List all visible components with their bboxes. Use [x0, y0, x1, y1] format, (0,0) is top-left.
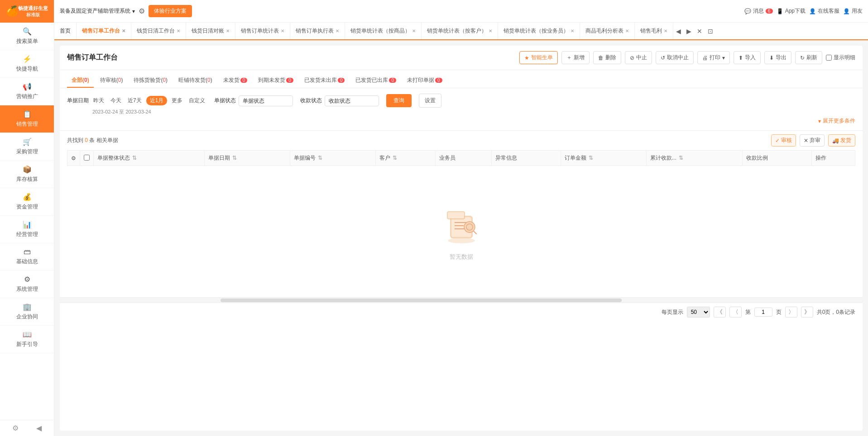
sidebar-item-basic[interactable]: 🗃 基础信息	[0, 243, 54, 270]
scrollbar-thumb[interactable]	[221, 299, 622, 302]
delete-btn[interactable]: 🗑 删除	[593, 51, 621, 64]
tab-close-sales-stats-customer[interactable]: ✕	[489, 28, 492, 33]
page-input[interactable]	[754, 308, 772, 317]
ai-btn[interactable]: ★ 智能生单	[519, 51, 558, 64]
sidebar-settings-icon[interactable]: ⚙	[12, 424, 19, 432]
th-date-sort[interactable]: ⇅	[232, 155, 237, 161]
th-amount-sort[interactable]: ⇅	[589, 155, 593, 161]
sidebar-item-marketing[interactable]: 📢 营销推广	[0, 78, 54, 105]
sub-tab-expired-not-shipped[interactable]: 到期未发货0	[254, 74, 298, 88]
show-detail-checkbox[interactable]	[826, 55, 832, 61]
tab-sales-stats-by-customer[interactable]: 销货单统计表（按客户） ✕	[422, 23, 498, 39]
tab-cash-reconcile[interactable]: 钱货日清对账 ✕	[186, 23, 235, 39]
th-number-sort[interactable]: ⇅	[318, 155, 322, 161]
cancel-suspend-btn[interactable]: ↺ 取消中止	[656, 51, 694, 64]
date-opt-more[interactable]: 更多	[170, 96, 184, 105]
th-collected-sort[interactable]: ⇅	[679, 155, 683, 161]
th-customer-sort[interactable]: ⇅	[393, 155, 397, 161]
sub-tab-not-printed[interactable]: 未打印单据0	[403, 74, 447, 88]
tab-sales-profit[interactable]: 销售毛利 ✕	[635, 23, 673, 39]
tab-sales-order-stats[interactable]: 销售订单统计表 ✕	[235, 23, 290, 39]
tab-sales-order-exec[interactable]: 销售订单执行表 ✕	[290, 23, 345, 39]
refresh-btn[interactable]: ↻ 刷新	[795, 51, 822, 64]
sidebar-item-inventory[interactable]: 📦 库存核算	[0, 161, 54, 188]
export-btn[interactable]: ⬇ 导出	[764, 51, 791, 64]
page-size-label: 每页显示	[662, 308, 683, 316]
sidebar-item-purchase[interactable]: 🛒 采购管理	[0, 133, 54, 161]
tab-product-margin[interactable]: 商品毛利分析表 ✕	[580, 23, 635, 39]
user-menu[interactable]: 👤 用友	[843, 7, 863, 15]
new-btn[interactable]: ＋ 新增	[561, 51, 590, 64]
sidebar-item-quick-nav[interactable]: ⚡ 快捷导航	[0, 50, 54, 78]
sidebar-item-operations[interactable]: 📊 经营管理	[0, 216, 54, 243]
date-opt-yesterday[interactable]: 昨天	[91, 96, 106, 105]
tab-scroll-left-btn[interactable]: ◀	[673, 24, 684, 38]
sub-tab-shipped-not-in[interactable]: 已发货未出库0	[300, 74, 350, 88]
column-settings-icon[interactable]: ⚙	[71, 155, 76, 161]
sidebar-item-search[interactable]: 🔍 搜索菜单	[0, 23, 54, 50]
print-btn[interactable]: 🖨 打印 ▾	[697, 51, 730, 64]
th-status-sort[interactable]: ⇅	[132, 155, 137, 161]
tab-close-sales-order-workbench[interactable]: ✕	[122, 28, 125, 33]
query-btn[interactable]: 查询	[386, 94, 412, 107]
sidebar-item-enterprise[interactable]: 🏢 企业协同	[0, 298, 54, 326]
sub-tab-pending-review[interactable]: 待审核(0)	[96, 74, 128, 88]
sidebar-item-sales[interactable]: 📋 销售管理	[0, 105, 54, 133]
date-opt-1month[interactable]: 近1月	[146, 96, 168, 105]
first-page-btn[interactable]: 《	[714, 307, 726, 318]
sub-tab-all[interactable]: 全部(0)	[67, 74, 94, 88]
next-page-btn[interactable]: 〉	[785, 307, 797, 318]
tab-close-all-btn[interactable]: ✕	[694, 24, 705, 38]
sub-tab-not-shipped[interactable]: 未发货0	[219, 74, 252, 88]
tab-scroll-right-btn[interactable]: ▶	[684, 24, 694, 38]
date-opt-today[interactable]: 今天	[109, 96, 123, 105]
message-btn[interactable]: 💬 消息 6	[744, 7, 773, 15]
import-btn[interactable]: ⬆ 导入	[734, 51, 761, 64]
ship-btn[interactable]: 🚚 发货	[828, 134, 855, 147]
page-size-select[interactable]: 50 10 20 100	[687, 307, 710, 318]
show-detail-label[interactable]: 显示明细	[826, 54, 855, 62]
system-title-dropdown[interactable]: 装备及固定资产辅助管理系统 ▾	[60, 7, 135, 15]
sidebar-collapse-icon[interactable]: ◀	[36, 424, 42, 432]
payment-select[interactable]: 收款状态	[325, 95, 379, 106]
cancel-approve-btn-label: 弃审	[810, 137, 820, 144]
sub-tab-wangpu-pending-ship[interactable]: 旺铺待发货(0)	[174, 74, 217, 88]
app-download-btn[interactable]: 📱 App下载	[777, 7, 806, 15]
trial-btn[interactable]: 体验行业方案	[149, 5, 192, 17]
tab-cash-daily[interactable]: 钱货日清工作台 ✕	[131, 23, 186, 39]
date-opt-7days[interactable]: 近7天	[126, 96, 144, 105]
sidebar-item-system[interactable]: ⚙ 系统管理	[0, 270, 54, 298]
tab-sales-stats-by-staff[interactable]: 销货单统计表（按业务员） ✕	[498, 23, 580, 39]
status-select[interactable]: 单据状态	[239, 95, 293, 106]
user-name: 用友	[852, 7, 863, 15]
sidebar-item-guide[interactable]: 📖 新手引导	[0, 326, 54, 353]
horizontal-scrollbar[interactable]	[60, 297, 863, 303]
tab-sales-order-workbench[interactable]: 销售订单工作台 ✕	[77, 23, 131, 40]
sub-tab-shipped-in[interactable]: 已发货已出库0	[351, 74, 401, 88]
tab-close-sales-stats-staff[interactable]: ✕	[571, 28, 574, 33]
last-page-btn[interactable]: 》	[801, 307, 813, 318]
approve-btn[interactable]: ✓ 审核	[771, 134, 796, 147]
suspend-btn[interactable]: ⊘ 中止	[625, 51, 652, 64]
topbar-gear-icon[interactable]: ⚙	[139, 7, 145, 15]
cancel-approve-btn[interactable]: ✕ 弃审	[800, 134, 825, 147]
sidebar-item-finance[interactable]: 💰 资金管理	[0, 188, 54, 216]
tab-close-product-margin[interactable]: ✕	[625, 28, 629, 33]
date-opt-custom[interactable]: 自定义	[187, 96, 207, 105]
tab-home[interactable]: 首页	[54, 23, 77, 39]
tab-sales-stats-by-product[interactable]: 销货单统计表（按商品） ✕	[345, 23, 422, 39]
tab-close-sales-profit[interactable]: ✕	[664, 28, 667, 33]
expand-filter-btn[interactable]: ▾ 展开更多条件	[818, 117, 855, 125]
tab-close-sales-order-exec[interactable]: ✕	[336, 28, 339, 33]
online-service-btn[interactable]: 👤 在线客服	[809, 7, 839, 15]
tab-close-sales-order-stats[interactable]: ✕	[281, 28, 284, 33]
sub-tab-pending-inspect[interactable]: 待拣货验货(0)	[129, 74, 172, 88]
tab-expand-btn[interactable]: ⊡	[705, 24, 716, 38]
tab-close-sales-stats-product[interactable]: ✕	[412, 28, 416, 33]
settings-btn[interactable]: 设置	[419, 94, 441, 108]
svg-rect-10	[448, 212, 464, 218]
prev-page-btn[interactable]: 〈	[729, 307, 742, 318]
select-all-checkbox[interactable]	[84, 155, 90, 161]
tab-close-cash-daily[interactable]: ✕	[177, 28, 180, 33]
tab-close-cash-reconcile[interactable]: ✕	[226, 28, 230, 33]
